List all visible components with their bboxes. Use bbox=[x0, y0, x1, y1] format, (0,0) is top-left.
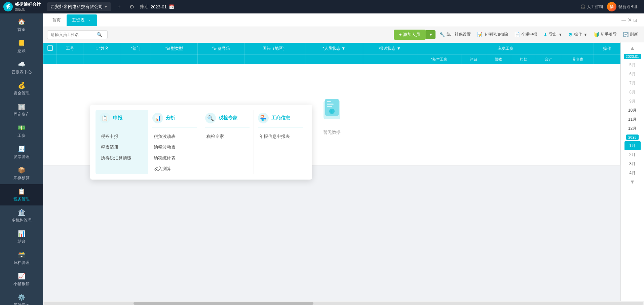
settings-icon[interactable]: ⚙ bbox=[127, 2, 137, 11]
th-sub-empty6 bbox=[197, 55, 244, 64]
app-subtitle: 旗舰版 bbox=[15, 7, 41, 12]
sort-name-icon[interactable]: ⇅ bbox=[95, 47, 98, 50]
search-icon[interactable]: 🔍 bbox=[97, 32, 102, 37]
tab-salary[interactable]: 工资表 × bbox=[67, 14, 97, 26]
declare-header: 📋 申报 bbox=[100, 110, 144, 128]
h-scrollbar-thumb[interactable] bbox=[134, 302, 313, 305]
close-button[interactable]: ✕ bbox=[628, 17, 632, 23]
assets-icon: 🏢 bbox=[18, 103, 25, 110]
cal-month-mar[interactable]: 3月 bbox=[624, 159, 641, 168]
cal-month-nov[interactable]: 11月 bbox=[624, 115, 641, 124]
th-deduction: 扣款 bbox=[511, 55, 536, 64]
sidebar-item-funds[interactable]: 💰 资金管理 bbox=[0, 78, 43, 100]
tax-return-button[interactable]: 📄 个税申报 bbox=[512, 30, 539, 39]
add-icon: + bbox=[399, 32, 402, 37]
cal-month-may[interactable]: 5月 bbox=[624, 61, 641, 70]
refresh-button[interactable]: 🔄 刷新 bbox=[621, 30, 640, 39]
sidebar-item-archive[interactable]: 🗃️ 归档管理 bbox=[0, 248, 43, 269]
tab-home-label: 首页 bbox=[52, 17, 61, 23]
sidebar-item-home[interactable]: 🏠 首页 bbox=[0, 15, 43, 36]
sidebar-item-settings[interactable]: ⚙️ 基础设置 bbox=[0, 290, 43, 305]
social-security-label: 统一社保设置 bbox=[447, 32, 471, 37]
cloud-icon: ☁️ bbox=[18, 61, 25, 68]
home-icon: 🏠 bbox=[18, 18, 25, 26]
cal-month-aug[interactable]: 8月 bbox=[624, 88, 641, 97]
tax-icon: 📋 bbox=[18, 188, 25, 195]
select-all-checkbox[interactable] bbox=[47, 45, 53, 51]
filter-status-icon[interactable]: ▼ bbox=[341, 46, 345, 51]
sidebar-label-salary: 工资 bbox=[17, 133, 26, 139]
period-area: 账期 2023-01 📅 bbox=[140, 4, 174, 10]
main-layout: 🏠 首页 📒 总账 ☁️ 云报表中心 💰 资金管理 🏢 固定资产 💵 工资 🧾 … bbox=[0, 13, 644, 305]
tax-item-tax-declare[interactable]: 税务申报 bbox=[100, 131, 144, 142]
calendar-up-button[interactable]: ▲ bbox=[629, 44, 637, 52]
calendar-current-year-badge: 2023 bbox=[626, 135, 638, 140]
tax-item-income-estimate[interactable]: 收入测算 bbox=[152, 163, 197, 174]
sidebar: 🏠 首页 📒 总账 ☁️ 云报表中心 💰 资金管理 🏢 固定资产 💵 工资 🧾 … bbox=[0, 13, 43, 305]
sidebar-item-report[interactable]: 📈 小畅报销 bbox=[0, 269, 43, 290]
inventory-icon: 📦 bbox=[18, 166, 25, 174]
tax-item-expert[interactable]: 税检专家 bbox=[205, 131, 250, 142]
th-status: *人员状态 ▼ bbox=[305, 43, 363, 55]
sidebar-item-ledger[interactable]: 📒 总账 bbox=[0, 36, 43, 57]
social-security-button[interactable]: 🔧 统一社保设置 bbox=[438, 30, 473, 39]
add-company-button[interactable]: ＋ bbox=[114, 2, 124, 11]
th-total: 合计 bbox=[536, 55, 561, 64]
period-value: 2023-01 bbox=[151, 4, 167, 9]
sidebar-item-assets[interactable]: 🏢 固定资产 bbox=[0, 100, 43, 121]
cal-month-dec[interactable]: 12月 bbox=[624, 124, 641, 133]
sidebar-label-multi: 多机构管理 bbox=[11, 218, 32, 223]
no-data-illustration: ! bbox=[315, 94, 349, 124]
guide-button[interactable]: 🔰 新手引导 bbox=[592, 30, 619, 39]
svg-rect-4 bbox=[327, 106, 332, 107]
tab-close-button[interactable]: × bbox=[87, 17, 92, 23]
service-button[interactable]: 🎧 人工咨询 bbox=[580, 4, 603, 10]
cal-month-jan[interactable]: 1月 bbox=[624, 141, 641, 150]
sidebar-label-archive: 归档管理 bbox=[13, 260, 30, 266]
operation-chevron-icon: ▼ bbox=[583, 32, 588, 37]
sidebar-item-salary[interactable]: 💵 工资 bbox=[0, 121, 43, 142]
operation-button[interactable]: ⚙ 操作 ▼ bbox=[566, 30, 590, 39]
sidebar-item-multi[interactable]: 🏦 多机构管理 bbox=[0, 205, 43, 227]
th-base-salary: *基本工资 bbox=[417, 55, 461, 64]
export-button[interactable]: ⬇ 导出 ▼ bbox=[541, 30, 564, 39]
cal-month-oct[interactable]: 10月 bbox=[624, 106, 641, 115]
th-id-num: *证鉴号码 bbox=[197, 43, 244, 55]
search-input[interactable] bbox=[51, 32, 94, 37]
add-person-dropdown-button[interactable]: ▼ bbox=[426, 30, 435, 39]
sidebar-item-invoices[interactable]: 🧾 发票管理 bbox=[0, 142, 43, 163]
th-check[interactable] bbox=[43, 43, 57, 55]
tab-home[interactable]: 首页 bbox=[47, 14, 66, 26]
filter-submit-icon[interactable]: ▼ bbox=[397, 46, 401, 51]
tax-item-tax-stats[interactable]: 纳税统计表 bbox=[152, 153, 197, 163]
page-close-area: — ✕ ⊡ bbox=[621, 17, 640, 23]
company-selector[interactable]: 西安虾米网络科技有限公司 ▼ bbox=[47, 2, 111, 11]
tab-bar: 首页 工资表 × — ✕ ⊡ bbox=[43, 13, 644, 27]
cal-month-sep[interactable]: 9月 bbox=[624, 97, 641, 106]
restore-button[interactable]: ⊡ bbox=[633, 17, 637, 23]
special-deduction-icon: 📝 bbox=[477, 32, 483, 37]
sidebar-item-tax[interactable]: 📋 税务管理 bbox=[0, 184, 43, 205]
tax-item-tax-fluctuation[interactable]: 纳税波动表 bbox=[152, 142, 197, 153]
calendar-down-button[interactable]: ▼ bbox=[629, 178, 637, 186]
add-person-button[interactable]: + 添加人员 bbox=[394, 30, 426, 40]
sidebar-item-inventory[interactable]: 📦 库存核算 bbox=[0, 163, 43, 184]
tax-item-tax-list[interactable]: 税表清册 bbox=[100, 142, 144, 153]
cal-month-jul[interactable]: 7月 bbox=[624, 79, 641, 88]
calendar-icon[interactable]: 📅 bbox=[169, 4, 174, 9]
expert-title: 税检专家 bbox=[219, 115, 237, 121]
sidebar-item-settle[interactable]: 📊 结账 bbox=[0, 227, 43, 248]
user-avatar-button[interactable]: 畅 畅捷通B组... bbox=[607, 2, 641, 11]
sidebar-item-cloud[interactable]: ☁️ 云报表中心 bbox=[0, 57, 43, 78]
tax-item-tax-burden[interactable]: 税负波动表 bbox=[152, 131, 197, 142]
cal-month-feb[interactable]: 2月 bbox=[624, 150, 641, 159]
special-deduction-button[interactable]: 📝 专项附加扣除 bbox=[475, 30, 510, 39]
tax-item-income-settle[interactable]: 所得税汇算清缴 bbox=[100, 153, 144, 163]
minimize-button[interactable]: — bbox=[621, 17, 626, 23]
cal-month-apr[interactable]: 4月 bbox=[624, 168, 641, 178]
export-label: 导出 bbox=[549, 32, 557, 37]
tax-item-annual-report[interactable]: 年报信息申报表 bbox=[258, 131, 303, 142]
h-scrollbar[interactable] bbox=[43, 301, 644, 305]
sidebar-label-home: 首页 bbox=[17, 27, 26, 33]
cal-month-jun[interactable]: 6月 bbox=[624, 70, 641, 79]
